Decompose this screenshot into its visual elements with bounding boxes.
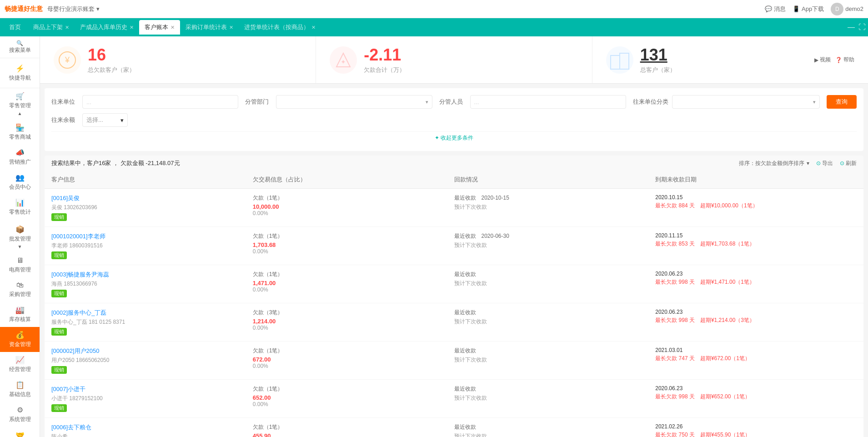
- sidebar-item-purchase-mgmt[interactable]: 🛍 采购管理: [0, 277, 40, 302]
- tab-close-product-shelf[interactable]: ✕: [65, 25, 69, 30]
- system-mgmt-icon: ⚙: [17, 406, 23, 414]
- finance-icon: 💰: [15, 331, 25, 339]
- avatar: D: [831, 3, 843, 15]
- sidebar-item-marketing[interactable]: 📣 营销推广: [0, 145, 40, 170]
- sort-select[interactable]: 排序：按欠款金额倒序排序 ▾: [739, 160, 809, 167]
- refresh-icon: ⊙: [840, 160, 844, 166]
- overdue-amount[interactable]: 最长欠款 853 天 超期¥1,703.68（1笔）: [655, 240, 857, 248]
- top-bar-left: 畅捷通好生意 母婴行业演示账套 ▾: [5, 5, 100, 13]
- customer-name[interactable]: [0016]吴俊: [51, 194, 253, 202]
- sidebar-item-member-center[interactable]: 👥 会员中心: [0, 170, 40, 195]
- help-action-button[interactable]: ❓ 帮助: [835, 56, 854, 64]
- dept-select[interactable]: ▾: [276, 95, 432, 109]
- tab-purchase-order[interactable]: 采购订单统计表 ✕: [180, 20, 239, 35]
- tab-product-shelf[interactable]: 商品上下架 ✕: [28, 20, 75, 35]
- sidebar-item-basic-info[interactable]: 📋 基础信息: [0, 377, 40, 402]
- debt-info-cell: 欠款（1笔） 1,471.00 0.00%: [253, 271, 454, 293]
- tab-customer-account[interactable]: 客户账本 ✕: [139, 20, 180, 35]
- stat-info-3: 131 总客户（家）: [640, 45, 676, 74]
- next-payment-label: 预计下次收款: [454, 432, 656, 437]
- tab-close-purchase-stats[interactable]: ✕: [311, 25, 316, 30]
- due-date-cell: 2020.10.15 最长欠款 884 天 超期¥10,000.00（1笔）: [655, 194, 857, 210]
- sidebar: 🔍 搜索菜单 ⚡ 快捷导航 🛒 零售管理 ▲ 🏪 零售商城 📣 营销推广: [0, 36, 40, 437]
- total-customers-number: 131: [640, 45, 676, 65]
- sidebar-item-enterprise-coop[interactable]: 🤝 企业协同: [0, 427, 40, 437]
- debt-info-cell: 欠款（3笔） 1,214.00 0.00%: [253, 309, 454, 331]
- table-row: [0016]吴俊 吴俊 13026203696 现销 欠款（1笔） 10,000…: [45, 189, 863, 227]
- overdue-amount[interactable]: 最长欠款 998 天 超期¥652.00（1笔）: [655, 393, 857, 401]
- sidebar-item-wholesale-mgmt[interactable]: 📦 批发管理 ▼: [0, 221, 40, 253]
- tab-close-product-history[interactable]: ✕: [130, 25, 134, 30]
- export-button[interactable]: ⊙ 导出: [816, 160, 833, 167]
- tab-purchase-stats[interactable]: 进货单统计表（按商品） ✕: [239, 20, 321, 35]
- customer-name[interactable]: [0007]小迸干: [51, 385, 253, 393]
- query-button[interactable]: 查询: [827, 95, 857, 109]
- sidebar-item-inventory[interactable]: 🏭 库存核算: [0, 302, 40, 327]
- results-actions: 排序：按欠款金额倒序排序 ▾ ⊙ 导出 ⊙ 刷新: [739, 160, 857, 167]
- stat-info-2: -2.11 欠款合计（万）: [364, 45, 405, 74]
- suite-select[interactable]: 母婴行业演示账套 ▾: [47, 5, 100, 13]
- customer-phone: 用户2050 18665062050: [51, 357, 253, 364]
- customer-name[interactable]: [000002]用户2050: [51, 347, 253, 355]
- due-date: 2021.02.26: [655, 423, 857, 430]
- due-date: 2020.10.15: [655, 194, 857, 201]
- customer-name[interactable]: [0001020001]李老师: [51, 232, 253, 241]
- logo-text: 畅捷通好生意: [5, 5, 43, 13]
- sidebar-item-retail-stats[interactable]: 📊 零售统计: [0, 195, 40, 220]
- tab-minimize-button[interactable]: —: [848, 23, 855, 31]
- user-menu[interactable]: D demo2: [831, 3, 863, 15]
- collapse-filters-button[interactable]: ✦ 收起更多条件: [51, 131, 857, 144]
- sidebar-item-finance[interactable]: 💰 资金管理: [0, 327, 40, 352]
- sidebar-item-retail-mall[interactable]: 🏪 零售商城: [0, 120, 40, 145]
- due-date: 2021.03.01: [655, 347, 857, 353]
- overdue-customers-label: 总欠款客户（家）: [88, 66, 135, 74]
- debt-info-cell: 欠款（1笔） 1,703.68 0.00%: [253, 232, 454, 255]
- marketing-icon: 📣: [15, 148, 25, 157]
- retail-mgmt-arrow: ▲: [18, 111, 22, 116]
- payment-info-cell: 最近收款 2020-10-15 预计下次收款: [454, 194, 656, 211]
- balance-select[interactable]: 选择... ▾: [82, 113, 128, 127]
- app-download-button[interactable]: 📱 App下载: [793, 5, 824, 13]
- tab-close-customer-account[interactable]: ✕: [171, 25, 175, 30]
- th-debt-info: 欠交易信息（占比）: [253, 176, 454, 184]
- refresh-button[interactable]: ⊙ 刷新: [840, 160, 857, 167]
- data-table: 客户信息 欠交易信息（占比） 回款情况 到期未收款日期 [0016]吴俊 吴俊 …: [45, 171, 863, 437]
- customer-info-cell: [0002]服务中心_丁磊 服务中心_丁磊 181 0125 8371 现销: [51, 309, 253, 336]
- person-input[interactable]: ...: [470, 95, 626, 109]
- video-action-button[interactable]: ▶ 视频: [814, 56, 831, 64]
- tab-product-history[interactable]: 产成品入库单历史 ✕: [75, 20, 139, 35]
- customer-name[interactable]: [0006]去下粮仓: [51, 423, 253, 432]
- customer-name[interactable]: [0002]服务中心_丁磊: [51, 309, 253, 317]
- tab-maximize-button[interactable]: ⛶: [858, 23, 866, 31]
- next-payment-label: 预计下次收款: [454, 356, 656, 364]
- due-date-cell: 2020.11.15 最长欠款 853 天 超期¥1,703.68（1笔）: [655, 232, 857, 248]
- sidebar-item-quick-nav[interactable]: ⚡ 快捷导航: [0, 60, 40, 85]
- customer-name[interactable]: [0003]畅捷服务尹海蕊: [51, 271, 253, 279]
- filter-from-unit: 往来单位 ...: [51, 95, 238, 109]
- from-unit-input[interactable]: ...: [82, 95, 238, 109]
- sidebar-item-business-mgmt[interactable]: 📈 经营管理: [0, 352, 40, 377]
- tab-bar-actions: — ⛶: [848, 23, 866, 31]
- overdue-amount[interactable]: 最长欠款 750 天 超期¥455.90（1笔）: [655, 431, 857, 437]
- debt-description: 欠款（1笔）: [253, 385, 454, 393]
- overdue-amount[interactable]: 最长欠款 998 天 超期¥1,471.00（1笔）: [655, 278, 857, 286]
- customer-phone: 陈小希: [51, 433, 253, 437]
- debt-amount: 10,000.00: [253, 203, 454, 210]
- search-menu[interactable]: 🔍 搜索菜单: [0, 36, 40, 58]
- sidebar-item-system-mgmt[interactable]: ⚙ 系统管理: [0, 402, 40, 427]
- sidebar-item-retail-mgmt[interactable]: 🛒 零售管理 ▲: [0, 88, 40, 120]
- due-date-cell: 2020.06.23 最长欠款 998 天 超期¥1,214.00（3笔）: [655, 309, 857, 324]
- unit-class-select[interactable]: ▾: [672, 95, 820, 109]
- top-bar: 畅捷通好生意 母婴行业演示账套 ▾ 💬 消息 📱 App下载 D demo2: [0, 0, 868, 18]
- sidebar-item-ecommerce[interactable]: 🖥 电商管理: [0, 253, 40, 277]
- tab-close-purchase-order[interactable]: ✕: [229, 25, 233, 30]
- customer-info-cell: [0006]去下粮仓 陈小希 现销: [51, 423, 253, 437]
- filter-actions: 查询: [827, 95, 857, 109]
- overdue-amount[interactable]: 最长欠款 884 天 超期¥10,000.00（1笔）: [655, 202, 857, 210]
- message-button[interactable]: 💬 消息: [765, 5, 786, 13]
- overdue-amount[interactable]: 最长欠款 998 天 超期¥1,214.00（3笔）: [655, 316, 857, 324]
- payment-info-cell: 最近收款 预计下次收款: [454, 271, 656, 287]
- overdue-amount[interactable]: 最长欠款 747 天 超期¥672.00（1笔）: [655, 355, 857, 362]
- tab-home[interactable]: 首页: [2, 20, 28, 35]
- due-date: 2020.11.15: [655, 232, 857, 239]
